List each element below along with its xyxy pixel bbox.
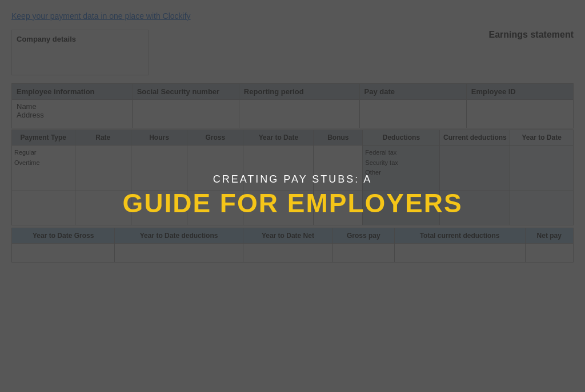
overlay-subtitle: Creating Pay Stubs: A: [213, 173, 372, 185]
overlay: Creating Pay Stubs: A Guide for Employer…: [0, 0, 585, 392]
overlay-title: Guide for Employers: [122, 188, 462, 219]
